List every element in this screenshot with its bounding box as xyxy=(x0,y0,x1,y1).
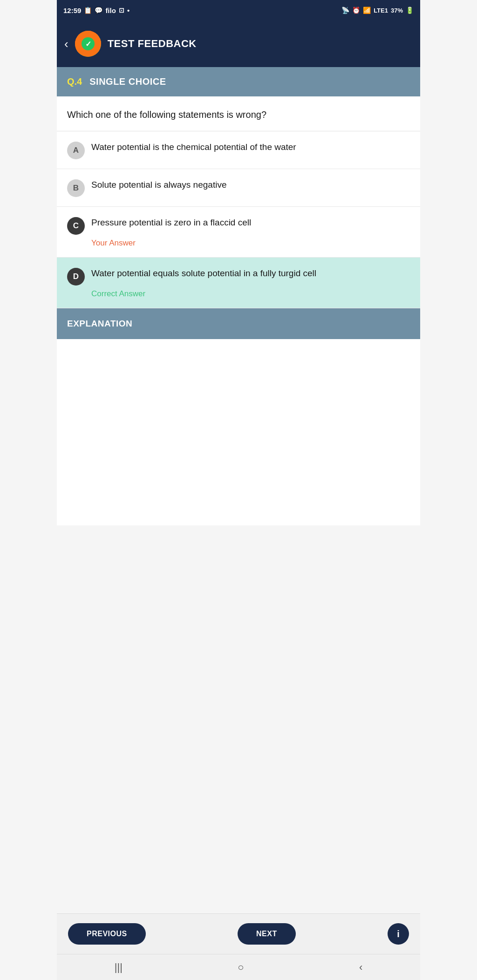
svg-text:✓: ✓ xyxy=(85,40,91,48)
cast-icon: 📡 xyxy=(341,7,349,14)
question-number: Q.4 xyxy=(67,76,82,87)
your-answer-label: Your Answer xyxy=(91,238,410,248)
status-bar: 12:59 📋 💬 filo ⊡ • 📡 ⏰ 📶 LTE1 37% 🔋 xyxy=(57,0,420,20)
status-left: 12:59 📋 💬 filo ⊡ • xyxy=(63,7,129,14)
option-a-row: A Water potential is the chemical potent… xyxy=(67,141,410,159)
android-back-button[interactable]: ‹ xyxy=(348,958,374,977)
option-c[interactable]: C Pressure potential is zero in a flacci… xyxy=(57,207,420,258)
android-nav-bar: ||| ○ ‹ xyxy=(57,954,420,980)
previous-button[interactable]: PREVIOUS xyxy=(68,923,146,945)
option-c-row: C Pressure potential is zero in a flacci… xyxy=(67,216,410,235)
next-button[interactable]: NEXT xyxy=(238,923,296,945)
option-c-letter: C xyxy=(67,217,85,235)
logo-circle: ✓ xyxy=(75,31,101,57)
option-d-text: Water potential equals solute potential … xyxy=(91,267,410,280)
bottom-spacer xyxy=(57,525,420,591)
app-header: ‹ ✓ TEST FEEDBACK xyxy=(57,20,420,67)
battery-icon: 🔋 xyxy=(406,7,414,14)
signal-label: LTE1 xyxy=(374,7,388,14)
option-d[interactable]: D Water potential equals solute potentia… xyxy=(57,258,420,308)
status-right: 📡 ⏰ 📶 LTE1 37% 🔋 xyxy=(341,7,414,14)
battery-label: 37% xyxy=(391,7,403,14)
option-a-letter: A xyxy=(67,142,85,159)
option-a[interactable]: A Water potential is the chemical potent… xyxy=(57,131,420,169)
explanation-title: EXPLANATION xyxy=(67,319,132,328)
sim-icon: 📋 xyxy=(84,7,92,14)
info-icon: i xyxy=(397,929,400,939)
app-label: filo xyxy=(105,7,116,14)
question-type: SINGLE CHOICE xyxy=(89,76,166,87)
question-header: Q.4 SINGLE CHOICE xyxy=(57,67,420,96)
whatsapp-icon: 💬 xyxy=(95,7,102,14)
question-text: Which one of the following statements is… xyxy=(67,108,410,122)
option-b-letter: B xyxy=(67,179,85,197)
notification-icon: ⊡ xyxy=(119,7,124,14)
option-c-text: Pressure potential is zero in a flaccid … xyxy=(91,216,410,230)
android-home-button[interactable]: ○ xyxy=(226,958,255,977)
explanation-header: EXPLANATION xyxy=(57,308,420,339)
bottom-navigation: PREVIOUS NEXT i xyxy=(57,913,420,954)
question-body: Which one of the following statements is… xyxy=(57,96,420,131)
alarm-icon: ⏰ xyxy=(352,7,360,14)
status-time: 12:59 xyxy=(63,7,81,14)
explanation-content xyxy=(57,339,420,525)
option-d-row: D Water potential equals solute potentia… xyxy=(67,267,410,286)
option-b-row: B Solute potential is always negative xyxy=(67,178,410,197)
option-a-text: Water potential is the chemical potentia… xyxy=(91,141,410,154)
info-button[interactable]: i xyxy=(388,923,409,945)
option-b-text: Solute potential is always negative xyxy=(91,178,410,192)
correct-answer-label: Correct Answer xyxy=(91,289,410,299)
option-d-letter: D xyxy=(67,268,85,286)
android-menu-button[interactable]: ||| xyxy=(103,958,134,977)
option-b[interactable]: B Solute potential is always negative xyxy=(57,169,420,207)
back-button[interactable]: ‹ xyxy=(64,37,68,51)
dot-indicator: • xyxy=(127,7,129,14)
header-title: TEST FEEDBACK xyxy=(108,38,197,50)
wifi-icon: 📶 xyxy=(363,7,371,14)
